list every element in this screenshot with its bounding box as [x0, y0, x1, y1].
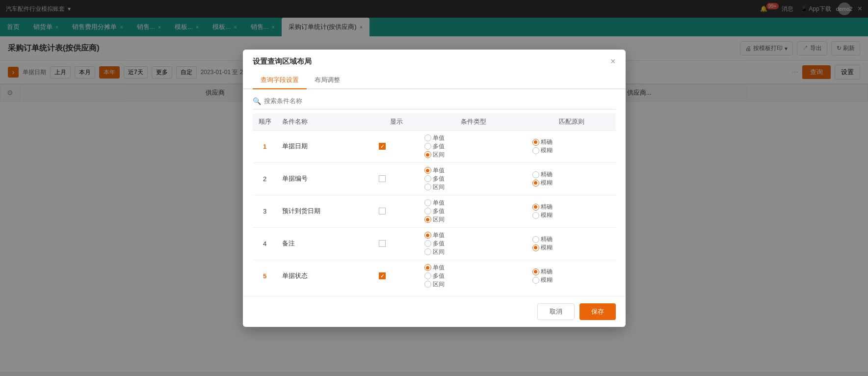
- search-icon: 🔍: [253, 97, 261, 105]
- radio-label: 多值: [433, 175, 445, 183]
- radio-circle: [532, 269, 539, 275]
- radio-item[interactable]: 区间: [424, 215, 523, 224]
- seq-cell: 3: [253, 195, 277, 227]
- radio-circle: [424, 240, 431, 247]
- radio-circle: [424, 175, 431, 182]
- radio-circle: [424, 272, 431, 279]
- radio-item[interactable]: 多值: [424, 240, 523, 248]
- radio-circle: [532, 139, 539, 146]
- dialog-tabs: 查询字段设置 布局调整: [243, 67, 626, 89]
- radio-item[interactable]: 模糊: [532, 276, 611, 284]
- radio-item[interactable]: 模糊: [532, 146, 611, 155]
- display-cell[interactable]: [374, 195, 420, 227]
- match-cell: 精确 模糊: [527, 227, 616, 260]
- radio-item[interactable]: 多值: [424, 142, 523, 151]
- display-cell[interactable]: [374, 130, 420, 162]
- radio-label: 区间: [433, 280, 445, 289]
- modal-overlay: 设置查询区域布局 × 查询字段设置 布局调整 🔍: [0, 0, 868, 372]
- radio-label: 多值: [433, 272, 445, 280]
- condition-row: 5单据状态 单值 多值 区间 精确 模糊: [253, 260, 616, 290]
- dialog-footer: 取消 保存: [243, 296, 626, 327]
- radio-item[interactable]: 精确: [532, 138, 611, 146]
- radio-circle: [532, 212, 539, 219]
- radio-item[interactable]: 区间: [424, 280, 523, 289]
- display-cell[interactable]: [374, 162, 420, 195]
- radio-item[interactable]: 多值: [424, 175, 523, 183]
- radio-label: 单值: [433, 199, 445, 207]
- radio-item[interactable]: 单值: [424, 264, 523, 272]
- radio-item[interactable]: 单值: [424, 231, 523, 240]
- radio-item[interactable]: 区间: [424, 151, 523, 159]
- condition-row: 4备注 单值 多值 区间 精确 模糊: [253, 227, 616, 260]
- radio-item[interactable]: 多值: [424, 272, 523, 280]
- radio-label: 模糊: [541, 243, 552, 252]
- radio-label: 精确: [541, 235, 552, 243]
- type-cell: 单值 多值 区间: [420, 260, 527, 290]
- radio-item[interactable]: 单值: [424, 166, 523, 175]
- radio-circle: [424, 281, 431, 288]
- col-display: 显示: [374, 113, 420, 131]
- display-cell[interactable]: [374, 260, 420, 290]
- save-button[interactable]: 保存: [579, 303, 616, 320]
- radio-label: 模糊: [541, 179, 552, 187]
- condition-search-input[interactable]: [264, 97, 616, 105]
- display-checkbox[interactable]: [379, 175, 386, 182]
- radio-label: 精确: [541, 268, 552, 276]
- radio-circle: [424, 264, 431, 271]
- radio-circle: [532, 171, 539, 178]
- radio-item[interactable]: 区间: [424, 183, 523, 191]
- seq-cell: 1: [253, 130, 277, 162]
- radio-circle: [424, 208, 431, 215]
- radio-item[interactable]: 模糊: [532, 211, 611, 219]
- tab-layout-adjust[interactable]: 布局调整: [307, 72, 348, 89]
- settings-dialog: 设置查询区域布局 × 查询字段设置 布局调整 🔍: [243, 50, 626, 327]
- radio-item[interactable]: 精确: [532, 170, 611, 179]
- radio-label: 多值: [433, 142, 445, 151]
- match-cell: 精确 模糊: [527, 162, 616, 195]
- radio-circle: [532, 244, 539, 251]
- radio-circle: [424, 143, 431, 150]
- dialog-body: 🔍 顺序 条件名称 显示 条件类型 匹配原则: [243, 89, 626, 296]
- radio-circle: [424, 167, 431, 174]
- display-checkbox[interactable]: [379, 143, 386, 150]
- radio-label: 多值: [433, 207, 445, 215]
- radio-circle: [532, 277, 539, 284]
- display-checkbox[interactable]: [379, 240, 386, 247]
- seq-cell: 5: [253, 260, 277, 290]
- radio-item[interactable]: 区间: [424, 248, 523, 256]
- col-seq: 顺序: [253, 113, 277, 131]
- radio-item[interactable]: 单值: [424, 199, 523, 207]
- radio-label: 单值: [433, 134, 445, 142]
- radio-label: 区间: [433, 151, 445, 159]
- radio-label: 精确: [541, 203, 552, 211]
- radio-item[interactable]: 模糊: [532, 179, 611, 187]
- display-checkbox[interactable]: [379, 208, 386, 215]
- col-match-rule: 匹配原则: [527, 113, 616, 131]
- tab-query-fields[interactable]: 查询字段设置: [253, 72, 307, 89]
- radio-label: 单值: [433, 231, 445, 240]
- dialog-close-button[interactable]: ×: [610, 56, 616, 67]
- display-cell[interactable]: [374, 227, 420, 260]
- seq-cell: 4: [253, 227, 277, 260]
- radio-circle: [532, 204, 539, 211]
- dialog-header: 设置查询区域布局 ×: [243, 50, 626, 67]
- radio-label: 模糊: [541, 276, 552, 284]
- radio-label: 多值: [433, 240, 445, 248]
- radio-item[interactable]: 精确: [532, 268, 611, 276]
- radio-circle: [424, 134, 431, 141]
- radio-item[interactable]: 精确: [532, 235, 611, 243]
- radio-label: 区间: [433, 215, 445, 224]
- radio-label: 单值: [433, 264, 445, 272]
- radio-item[interactable]: 模糊: [532, 243, 611, 252]
- radio-circle: [532, 147, 539, 154]
- radio-item[interactable]: 单值: [424, 134, 523, 142]
- radio-circle: [424, 248, 431, 255]
- radio-item[interactable]: 多值: [424, 207, 523, 215]
- cancel-button[interactable]: 取消: [537, 303, 575, 320]
- radio-circle: [424, 216, 431, 223]
- match-cell: 精确 模糊: [527, 195, 616, 227]
- type-cell: 单值 多值 区间: [420, 227, 527, 260]
- display-checkbox[interactable]: [379, 272, 386, 279]
- radio-item[interactable]: 精确: [532, 203, 611, 211]
- radio-label: 精确: [541, 138, 552, 146]
